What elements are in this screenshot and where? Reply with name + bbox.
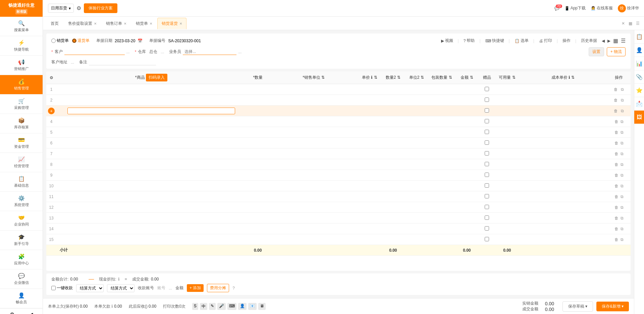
delete-row-btn[interactable]: 🗑 [613, 162, 620, 168]
tab-price-settings[interactable]: 售价提取设置 ✕ [64, 18, 101, 29]
add-row-btn[interactable]: + [48, 108, 55, 114]
icon-email[interactable]: 📧 [248, 303, 257, 310]
sidebar-item-shortcuts[interactable]: ⚡ 快捷导航 [0, 36, 43, 56]
icon-keyboard[interactable]: ⌨ [227, 303, 236, 310]
grid-view-icon[interactable]: ▦ [628, 20, 633, 27]
delete-row-btn[interactable]: 🗑 [613, 86, 619, 92]
tab-home[interactable]: 首页 [46, 18, 63, 29]
save-new-btn[interactable]: 保存&新增 ▾ [596, 302, 629, 311]
help-btn-toolbar[interactable]: ? 帮助 [462, 37, 477, 45]
sidebar-item-apps[interactable]: 🧩 应用中心 [0, 250, 43, 269]
video-btn[interactable]: ▶ 视频 [439, 37, 455, 45]
scan-input-btn[interactable]: 扫码录入 [146, 74, 167, 81]
radio-return[interactable]: 退货单 [72, 38, 90, 44]
sidebar-item-guide[interactable]: 🎓 新手引导 [0, 231, 43, 250]
delete-row-btn[interactable]: 🗑 [613, 129, 620, 135]
sidebar-item-marketing[interactable]: 📢 营销推广 [0, 56, 43, 75]
copy-row-btn[interactable]: ⧉ [620, 119, 625, 125]
copy-row-btn[interactable]: ⧉ [620, 237, 625, 243]
tab-sales-return-close[interactable]: ✕ [179, 22, 182, 25]
copy-row-btn[interactable]: ⧉ [620, 108, 625, 114]
delete-row-btn[interactable]: 🗑 [613, 194, 620, 200]
sidebar-item-purchase[interactable]: 🛒 采购管理 [0, 95, 43, 114]
sidebar-item-member[interactable]: 👤 畅会员 [0, 289, 43, 308]
sidebar-item-inventory[interactable]: 📦 库存核算 [0, 114, 43, 133]
product-input-active[interactable] [67, 108, 235, 114]
shortcut-btn[interactable]: ⌨ 快捷键 [483, 37, 506, 45]
copy-row-btn[interactable]: ⧉ [620, 194, 625, 200]
logistics-btn[interactable]: + 物流 [607, 47, 626, 56]
delete-row-btn[interactable]: 🗑 [613, 172, 620, 178]
sidebar-item-finance[interactable]: 💳 资金管理 [0, 133, 43, 153]
one-click-payment-cb[interactable]: 一键收款 [51, 285, 73, 291]
tab-sales-order[interactable]: 销售订单 ✕ [102, 18, 131, 29]
chevron-right-history[interactable]: ▶ [607, 39, 610, 43]
history-btn[interactable]: 历史单据 [579, 37, 599, 45]
icon-zhong[interactable]: 中 [200, 303, 207, 310]
collapse-icon[interactable]: ◀ [29, 311, 33, 314]
chevron-left-history[interactable]: ◀ [602, 39, 605, 43]
calc-method-select[interactable]: 结算方式 [107, 284, 135, 292]
sidebar-item-system[interactable]: ⚙️ 系统管理 [0, 192, 43, 211]
right-panel-btn-4[interactable]: 📎 [634, 70, 644, 84]
copy-row-btn[interactable]: ⧉ [620, 86, 625, 92]
sidebar-item-operations[interactable]: 📈 经营管理 [0, 153, 43, 172]
delete-row-btn[interactable]: 🗑 [613, 226, 620, 232]
account-dots[interactable]: ... [169, 286, 172, 291]
copy-row-btn[interactable]: ⧉ [620, 226, 625, 232]
sidebar-item-basic[interactable]: 📋 基础信息 [0, 172, 43, 192]
sidebar-item-enterprise[interactable]: 🤝 企业协同 [0, 211, 43, 231]
copy-row-btn[interactable]: ⧉ [620, 162, 625, 168]
grid-view-btn[interactable]: ▦ [613, 38, 618, 44]
delete-row-btn[interactable]: 🗑 [613, 215, 620, 221]
print-btn[interactable]: 🖨 打印 [537, 37, 554, 45]
user-avatar[interactable]: 徐 徐泽华 [618, 4, 639, 12]
online-service-btn[interactable]: 👩‍💼 在线客服 [591, 5, 613, 11]
tab-sales-delivery-close[interactable]: ✕ [150, 22, 152, 25]
app-download-btn[interactable]: 📱 App下载 [565, 5, 586, 11]
experience-btn[interactable]: 体验行业方案 [84, 3, 117, 13]
right-panel-btn-7[interactable]: 🖼 [634, 111, 644, 124]
delete-row-btn[interactable]: 🗑 [613, 204, 620, 210]
right-panel-btn-6[interactable]: 📩 [634, 97, 644, 111]
list-view-btn[interactable]: ☰ [621, 38, 626, 44]
sidebar-item-wechat[interactable]: 💬 企业微信 [0, 269, 43, 289]
calendar-icon[interactable]: 📅 [138, 39, 143, 43]
address-dots[interactable]: ... [71, 60, 74, 65]
delete-row-btn[interactable]: 🗑 [613, 183, 620, 189]
delete-row-btn[interactable]: 🗑 [613, 119, 620, 125]
radio-sales[interactable]: 销货单 [51, 38, 69, 44]
customer-input[interactable] [64, 49, 125, 55]
right-panel-btn-3[interactable]: 📊 [634, 57, 644, 70]
tab-price-settings-close[interactable]: ✕ [94, 22, 97, 25]
daily-selector[interactable]: 日用百货 ▾ [48, 4, 74, 13]
operate-btn[interactable]: 操作 [560, 37, 573, 45]
tab-sales-delivery[interactable]: 销货单 ✕ [131, 18, 157, 29]
copy-row-btn[interactable]: ⧉ [620, 204, 625, 210]
icon-edit[interactable]: ✎ [209, 303, 216, 310]
copy-row-btn[interactable]: ⧉ [620, 215, 625, 221]
settings-btn[interactable]: 设置 [589, 47, 604, 56]
sidebar-item-search[interactable]: 🔍 搜索菜单 [0, 17, 43, 36]
copy-row-btn[interactable]: ⧉ [620, 129, 625, 135]
icon-mic[interactable]: 🎤 [217, 303, 226, 310]
fee-split-btn[interactable]: 费用分摊 [207, 284, 229, 292]
save-draft-btn[interactable]: 保存草稿 ▾ [562, 301, 593, 312]
delete-row-btn[interactable]: 🗑 [613, 97, 619, 103]
delete-row-btn[interactable]: 🗑 [613, 108, 619, 114]
settlement-method-select[interactable]: 结算方式 [76, 284, 104, 292]
delete-row-btn[interactable]: 🗑 [613, 237, 620, 243]
copy-row-btn[interactable]: ⧉ [620, 140, 625, 146]
delete-row-btn[interactable]: 🗑 [613, 140, 620, 146]
single-owe-help[interactable]: ℹ [111, 304, 113, 309]
salesperson-input[interactable] [183, 49, 236, 55]
message-btn[interactable]: 💬 70 [554, 6, 559, 11]
right-panel-btn-1[interactable]: 📋 [634, 30, 644, 44]
warehouse-dots[interactable]: ... [161, 50, 164, 54]
list-view-icon[interactable]: ☰ [635, 20, 641, 27]
copy-row-btn[interactable]: ⧉ [620, 183, 625, 189]
icon-monitor[interactable]: 🖥 [258, 303, 266, 310]
customer-dots[interactable]: ... [126, 50, 130, 54]
salesperson-dots[interactable]: ... [238, 50, 241, 54]
close-all-icon[interactable]: ✕ [621, 20, 626, 27]
